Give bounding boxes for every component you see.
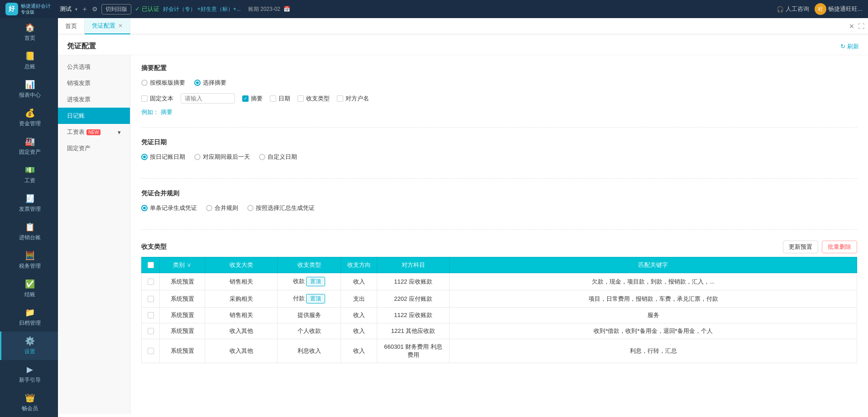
row-category: 系统预置 (160, 308, 205, 323)
table-row: 系统预置 采购相关 付款 置顶 支出 2202 应付账款 项目，日常费用，报销款… (142, 290, 857, 308)
row-checkbox-cell[interactable] (142, 339, 160, 363)
th-keyword: 匹配关键字 (450, 257, 857, 273)
reset-tag[interactable]: 置顶 (306, 294, 325, 303)
batch-delete-button[interactable]: 批量删除 (822, 241, 857, 253)
left-nav-public[interactable]: 公共选项 (58, 59, 130, 75)
sidebar-item-invoice[interactable]: 🧾 发票管理 (0, 189, 58, 218)
fixed-text-input[interactable] (181, 93, 235, 104)
radio-merge-rule-dot (206, 205, 212, 211)
row-direction: 收入 (341, 339, 377, 363)
checkbox-counterpart[interactable]: 对方户名 (337, 95, 369, 103)
update-preset-button[interactable]: 更新预置 (783, 241, 818, 253)
radio-custom-date[interactable]: 自定义日期 (259, 153, 297, 161)
home-icon: 🏠 (25, 23, 35, 33)
sidebar-item-settings[interactable]: ⚙️ 设置 (0, 332, 58, 360)
radio-period-last-day[interactable]: 对应期间最后一天 (194, 153, 250, 161)
sidebar-item-report[interactable]: 📊 报表中心 (0, 75, 58, 104)
row-big-type: 销售相关 (205, 273, 278, 290)
left-nav-purchase-invoice[interactable]: 进项发票 (58, 91, 130, 108)
sidebar-item-guide[interactable]: ▶ 新手引导 (0, 360, 58, 389)
row-checkbox-cell[interactable] (142, 273, 160, 290)
left-nav-sales-invoice[interactable]: 销项发票 (58, 75, 130, 91)
sidebar-item-salary[interactable]: 💵 工资 (0, 161, 58, 189)
window-expand-icon[interactable]: ⛶ (858, 23, 864, 30)
guide-icon: ▶ (27, 365, 33, 374)
top-bar: 好 畅捷通好会计 专业版 测试 ▾ ＋ ⚙ 切到旧版 ✓ 已认证 好会计（专） … (0, 0, 868, 18)
tab-home[interactable]: 首页 (58, 18, 85, 34)
tab-close-icon[interactable]: ✕ (118, 23, 123, 29)
row-checkbox[interactable] (148, 328, 154, 334)
row-type: 付款 置顶 (278, 290, 341, 308)
row-category: 系统预置 (160, 290, 205, 308)
sidebar-item-assets[interactable]: 🏭 固定资产 (0, 132, 58, 161)
left-nav-salary-sheet[interactable]: 工资表 NEW ▾ (58, 124, 130, 140)
table-row: 系统预置 销售相关 提供服务 收入 1122 应收账款 服务 (142, 308, 857, 323)
row-checkbox-cell[interactable] (142, 323, 160, 339)
row-checkbox[interactable] (148, 348, 154, 354)
row-keyword: 利息，行转，汇总 (450, 339, 857, 363)
income-expense-section: 收支类型 更新预置 批量删除 (141, 241, 857, 374)
checkbox-type[interactable]: 收支类型 (297, 95, 330, 103)
page-content: 凭证配置 ↻ 刷新 公共选项 销项发票 进项发票 (58, 34, 868, 417)
left-nav-diary[interactable]: 日记账 (58, 108, 130, 124)
sidebar-item-archive[interactable]: 📁 归档管理 (0, 303, 58, 332)
calendar-icon[interactable]: 📅 (283, 6, 290, 12)
merge-rule-section: 凭证合并规则 单条记录生成凭证 合并规则 (141, 190, 857, 230)
row-checkbox-cell[interactable] (142, 308, 160, 323)
stock-icon: 📋 (25, 222, 35, 232)
sidebar-item-ledger[interactable]: 📒 总账 (0, 47, 58, 75)
row-account: 1122 应收账款 (377, 273, 450, 290)
sidebar-item-fund[interactable]: 💰 资金管理 (0, 104, 58, 132)
sidebar-item-home[interactable]: 🏠 首页 (0, 18, 58, 47)
left-nav-fixed-assets[interactable]: 固定资产 (58, 140, 130, 156)
row-checkbox[interactable] (148, 312, 154, 318)
sidebar-item-stock[interactable]: 📋 进销台账 (0, 218, 58, 246)
sidebar-item-close[interactable]: ✅ 结账 (0, 275, 58, 303)
radio-select-summary[interactable]: 选择摘要 (194, 79, 226, 87)
logo: 好 畅捷通好会计 专业版 (5, 3, 60, 15)
row-keyword: 收到*借款，收到*备用金，退回*备用金，个人 (450, 323, 857, 339)
th-checkbox[interactable] (142, 257, 160, 273)
gear-icon[interactable]: ⚙ (92, 5, 98, 13)
row-type: 利息收入 (278, 339, 341, 363)
table-toolbar: 更新预置 批量删除 (783, 241, 857, 253)
ledger-icon: 📒 (25, 51, 35, 61)
row-direction: 收入 (341, 323, 377, 339)
row-checkbox[interactable] (148, 279, 154, 285)
radio-merge-rule[interactable]: 合并规则 (206, 204, 238, 212)
window-close-icon[interactable]: ✕ (849, 23, 854, 30)
row-direction: 收入 (341, 308, 377, 323)
row-checkbox[interactable] (148, 296, 154, 302)
tab-bar-actions: ✕ ⛶ (849, 23, 868, 30)
inner-layout: 公共选项 销项发票 进项发票 日记账 工资表 NEW ▾ (58, 55, 868, 414)
income-expense-table: 类别 ∨ 收支大类 收支类型 收支方向 对方科目 匹配关键字 (141, 257, 857, 363)
service-btn[interactable]: 🎧 人工咨询 (777, 5, 809, 13)
checkbox-fixed-text[interactable]: 固定文本 (141, 95, 173, 103)
sidebar-item-tax[interactable]: 🧮 税务管理 (0, 246, 58, 275)
checkbox-summary[interactable]: ✓ 摘要 (242, 95, 263, 103)
add-icon[interactable]: ＋ (81, 5, 88, 14)
user-avatar: 旺 (815, 3, 826, 15)
radio-single-record[interactable]: 单条记录生成凭证 (141, 204, 197, 212)
switch-version-button[interactable]: 切到旧版 (101, 4, 131, 14)
tab-bar: 首页 凭证配置 ✕ ✕ ⛶ (58, 18, 868, 34)
user-menu[interactable]: 旺 畅捷通旺旺... (815, 3, 863, 15)
reset-tag[interactable]: 置顶 (306, 277, 325, 286)
checkbox-type-box (297, 95, 304, 102)
radio-select-dot (194, 80, 201, 86)
radio-diary-date[interactable]: 按日记账日期 (141, 153, 185, 161)
select-all-checkbox[interactable] (148, 262, 154, 268)
row-checkbox-cell[interactable] (142, 290, 160, 308)
radio-summary-generate[interactable]: 按照选择汇总生成凭证 (247, 204, 315, 212)
th-category: 类别 ∨ (160, 257, 205, 273)
voucher-date-title: 凭证日期 (141, 138, 857, 147)
sidebar-item-member[interactable]: 👑 畅会员 (0, 389, 58, 417)
checkbox-date[interactable]: 日期 (270, 95, 290, 103)
refresh-button[interactable]: ↻ 刷新 (840, 43, 859, 51)
radio-template-summary[interactable]: 按模板版摘要 (141, 79, 185, 87)
radio-template-dot (141, 80, 148, 86)
example-text: 例如： 摘要 (141, 108, 857, 116)
env-arrow-icon[interactable]: ▾ (75, 7, 77, 12)
row-keyword: 欠款，现金，项目款，到款，报销款，汇入，... (450, 273, 857, 290)
tab-voucher-config[interactable]: 凭证配置 ✕ (85, 18, 130, 34)
